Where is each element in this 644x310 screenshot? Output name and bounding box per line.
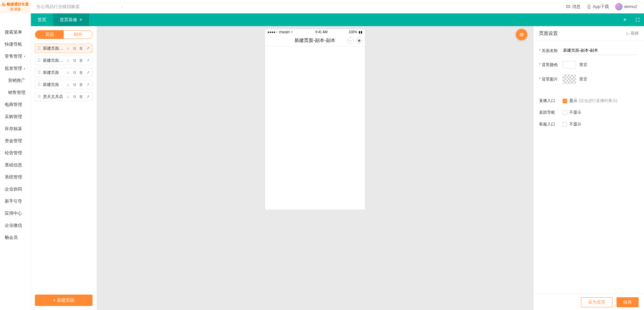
copy-icon[interactable]: ⧉: [72, 70, 77, 75]
service-checkbox[interactable]: [562, 122, 567, 127]
avatar: [615, 3, 623, 10]
main-area: 搜索菜单 快捷导航 零售管理▼ 批发管理▼ 营销推广 销售管理 电商管理 采购管…: [0, 26, 644, 310]
home-icon[interactable]: ⌂: [65, 58, 70, 63]
toggle-panel-fab[interactable]: [516, 29, 527, 40]
page-item[interactable]: ☰新建页面-副本⌂⧉🗑↗: [35, 56, 93, 65]
drag-icon[interactable]: ☰: [37, 46, 41, 51]
sidebar-item-quick[interactable]: 快捷导航: [0, 38, 31, 50]
home-icon[interactable]: ⌂: [65, 46, 70, 51]
sidebar-item-ecom[interactable]: 电商管理: [0, 99, 31, 111]
tab-decor[interactable]: 首页装修✕: [53, 13, 89, 26]
delete-icon[interactable]: 🗑: [79, 94, 84, 99]
page-item[interactable]: ☰新建页面⌂⧉🗑↗: [35, 68, 93, 77]
sidebar-item-fund[interactable]: 资金管理: [0, 135, 31, 147]
sidebar-item-guide[interactable]: 新手引导: [0, 195, 31, 207]
delete-icon[interactable]: 🗑: [79, 82, 84, 87]
caret-up-icon: ▼: [23, 67, 26, 70]
sidebar-item-marketing[interactable]: 营销推广: [0, 74, 31, 87]
sidebar-item-biz[interactable]: 经营管理: [0, 147, 31, 159]
page-name-input[interactable]: [562, 46, 639, 55]
logo[interactable]: 畅捷通好生意 标准版: [0, 0, 31, 13]
account-selector[interactable]: 办公用品行业模拟账套 ⌄: [36, 4, 124, 10]
copy-icon[interactable]: ⧉: [72, 58, 77, 63]
sidebar-item-appcenter[interactable]: 应用中心: [0, 207, 31, 219]
panel-tab-page[interactable]: 页面: [35, 31, 64, 39]
settings-panel: 页面设置 ▷视频 *页面名称 *背景颜色 重置 *背景图片 重置: [533, 26, 644, 310]
drag-icon[interactable]: ☰: [37, 58, 41, 63]
share-icon[interactable]: ↗: [86, 46, 90, 51]
bg-image-reset[interactable]: 重置: [579, 76, 587, 82]
delete-icon[interactable]: 🗑: [79, 46, 84, 51]
sidebar-item-system[interactable]: 系统管理: [0, 171, 31, 183]
share-icon[interactable]: ↗: [86, 58, 90, 63]
messages-button[interactable]: 消息: [566, 4, 581, 10]
page-item[interactable]: ☰昊天文具店⌂⧉🗑↗: [35, 92, 93, 101]
live-checkbox[interactable]: ✓: [562, 99, 567, 103]
set-home-button[interactable]: 设为首页: [581, 297, 612, 307]
bg-image-picker[interactable]: [562, 74, 576, 84]
label-bg-color: 背景颜色: [542, 62, 558, 67]
page-item-name: 新建页面-副本: [43, 58, 63, 63]
drag-icon[interactable]: ☰: [37, 70, 41, 75]
page-list: ☰新建页面-副本...⌂⧉🗑↗☰新建页面-副本⌂⧉🗑↗☰新建页面⌂⧉🗑↗☰新建页…: [35, 44, 93, 291]
bg-color-swatch[interactable]: [562, 61, 576, 68]
share-icon[interactable]: ↗: [86, 94, 90, 99]
sidebar-item-member[interactable]: 畅会员: [0, 231, 31, 244]
battery-icon: ▮▮: [359, 30, 363, 34]
page-list-panel: 页面 组件 ☰新建页面-副本...⌂⧉🗑↗☰新建页面-副本⌂⧉🗑↗☰新建页面⌂⧉…: [31, 26, 97, 310]
chevron-down-icon: ⌄: [120, 4, 124, 9]
label-live: 直播入口: [539, 98, 555, 103]
drag-icon[interactable]: ☰: [37, 94, 41, 99]
sidebar-item-sales[interactable]: 销售管理: [0, 87, 31, 99]
delete-icon[interactable]: 🗑: [79, 58, 84, 63]
close-icon[interactable]: ✕: [79, 17, 83, 22]
top-bar: 畅捷通好生意 标准版 办公用品行业模拟账套 ⌄ 消息 App下载 demo2: [0, 0, 644, 13]
page-item-name: 新建页面: [43, 70, 63, 75]
bg-color-reset[interactable]: 重置: [579, 62, 587, 68]
tab-home[interactable]: 首页: [31, 13, 53, 26]
phone-title: 新建页面-副本-副本: [294, 38, 335, 44]
share-icon[interactable]: ↗: [86, 70, 90, 75]
close-all-button[interactable]: ✕: [619, 13, 631, 26]
sidebar-item-retail[interactable]: 零售管理▼: [0, 50, 31, 62]
panel-tab-component[interactable]: 组件: [64, 31, 92, 39]
bottom-nav-checkbox[interactable]: [562, 110, 567, 115]
fullscreen-button[interactable]: [631, 13, 644, 26]
save-button[interactable]: 保存: [616, 297, 639, 307]
copy-icon[interactable]: ⧉: [72, 82, 77, 87]
app-download-button[interactable]: App下载: [587, 4, 609, 10]
sidebar-item-purchase[interactable]: 采购管理: [0, 111, 31, 123]
copy-icon[interactable]: ⧉: [72, 94, 77, 99]
user-menu[interactable]: demo2: [615, 3, 637, 10]
sidebar-item-coop[interactable]: 企业协同: [0, 183, 31, 195]
home-icon[interactable]: ⌂: [65, 70, 70, 75]
phone-preview: ●●●●○chanjetᯤ 9:41 AM 100%▮▮ 新建页面-副本-副本 …: [265, 29, 365, 210]
phone-icon: [587, 4, 591, 9]
canvas: ●●●●○chanjetᯤ 9:41 AM 100%▮▮ 新建页面-副本-副本 …: [97, 26, 533, 310]
menu-icon: [519, 32, 524, 37]
share-icon[interactable]: ↗: [86, 82, 90, 87]
panel-tabs: 页面 组件: [35, 30, 93, 39]
sidebar-item-inventory[interactable]: 库存核算: [0, 123, 31, 135]
capsule-target-icon[interactable]: ◉: [356, 37, 363, 44]
add-page-button[interactable]: + 新建页面: [35, 295, 93, 306]
svg-point-0: [4, 4, 5, 5]
tab-bar: 首页 首页装修✕ ✕: [31, 13, 644, 26]
sidebar-item-basic[interactable]: 基础信息: [0, 159, 31, 171]
capsule-more-icon[interactable]: ···: [347, 37, 354, 44]
sidebar-item-wecom[interactable]: 企业微信: [0, 219, 31, 231]
sidebar-item-search[interactable]: 搜索菜单: [0, 26, 31, 38]
sidebar: 搜索菜单 快捷导航 零售管理▼ 批发管理▼ 营销推广 销售管理 电商管理 采购管…: [0, 26, 31, 310]
sidebar-item-wholesale[interactable]: 批发管理▼: [0, 62, 31, 74]
video-help-button[interactable]: ▷视频: [627, 31, 639, 36]
copy-icon[interactable]: ⧉: [72, 46, 77, 51]
page-item[interactable]: ☰新建页面-副本...⌂⧉🗑↗: [35, 44, 93, 53]
page-item[interactable]: ☰新建页面⌂⧉🗑↗: [35, 80, 93, 89]
drag-icon[interactable]: ☰: [37, 82, 41, 87]
delete-icon[interactable]: 🗑: [79, 70, 84, 75]
home-icon[interactable]: ⌂: [65, 82, 70, 87]
page-item-name: 昊天文具店: [43, 94, 63, 100]
home-icon[interactable]: ⌂: [65, 94, 70, 99]
label-bottom-nav: 底部导航: [539, 110, 555, 115]
caret-down-icon: ▼: [23, 55, 26, 58]
